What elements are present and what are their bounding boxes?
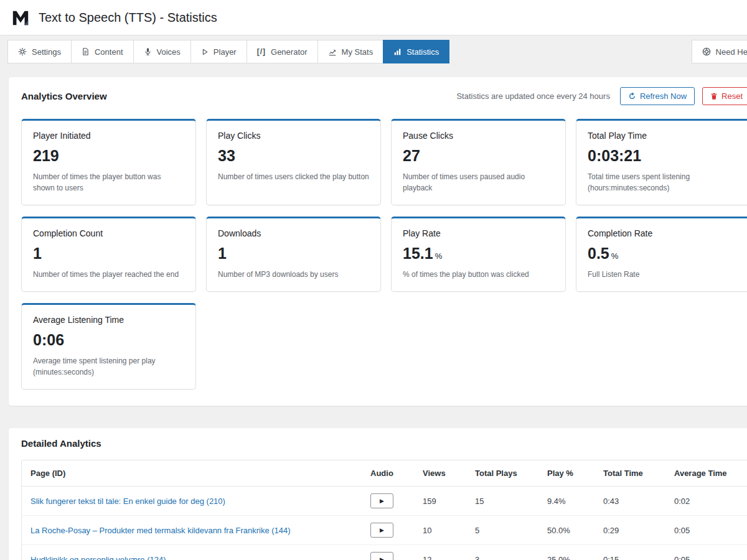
code-brackets-icon: [/] xyxy=(257,47,266,56)
total-time-cell: 0:29 xyxy=(594,516,665,545)
stat-card-title: Play Clicks xyxy=(218,131,369,141)
stat-card-description: Number of times the player reached the e… xyxy=(33,269,184,280)
play-pct-cell: 9.4% xyxy=(538,487,594,516)
reset-label: Reset xyxy=(721,91,743,101)
tab-label: Statistics xyxy=(406,47,439,57)
stat-card-description: Number of times users clicked the play b… xyxy=(218,171,369,182)
detailed-analytics-header: Detailed Analytics xyxy=(9,428,747,459)
stat-card-title: Average Listening Time xyxy=(33,315,184,325)
stat-card-suffix: % xyxy=(611,251,619,261)
stat-cards-grid: Player Initiated 219 Number of times the… xyxy=(9,115,747,406)
column-header-play-pct: Play % xyxy=(538,460,594,487)
stat-card-player-initiated: Player Initiated 219 Number of times the… xyxy=(21,119,196,205)
refresh-now-button[interactable]: Refresh Now xyxy=(620,87,695,105)
play-pct-cell: 25.0% xyxy=(538,545,594,560)
stat-card-title: Pause Clicks xyxy=(403,131,554,141)
stat-card-play-rate: Play Rate 15.1 % % of times the play but… xyxy=(391,217,566,292)
tab-player[interactable]: Player xyxy=(190,40,247,63)
column-header-total-time: Total Time xyxy=(594,460,665,487)
stat-card-play-clicks: Play Clicks 33 Number of times users cli… xyxy=(206,119,381,205)
update-note: Statistics are updated once every 24 hou… xyxy=(456,91,609,101)
play-triangle-icon: ▶ xyxy=(380,556,384,560)
stat-card-description: Total time users spent listening (hours:… xyxy=(588,171,739,194)
tab-label: Voices xyxy=(157,47,181,57)
page-title: Text to Speech (TTS) - Statistics xyxy=(39,11,217,25)
detailed-analytics-title: Detailed Analytics xyxy=(21,438,101,449)
tab-need-help[interactable]: Need Help xyxy=(692,40,747,63)
reset-button[interactable]: Reset xyxy=(702,87,747,105)
total-plays-cell: 15 xyxy=(466,487,538,516)
detailed-analytics-panel: Detailed Analytics Page (ID) Audio Views… xyxy=(9,428,747,560)
page-link[interactable]: Slik fungerer tekst til tale: En enkel g… xyxy=(31,497,225,506)
stat-card-description: % of times the play button was clicked xyxy=(403,269,554,280)
audio-play-button[interactable]: ▶ xyxy=(370,552,393,560)
gear-icon xyxy=(18,47,27,56)
tab-content[interactable]: Content xyxy=(71,40,134,63)
stat-card-description: Number of times users paused audio playb… xyxy=(403,171,554,194)
app-logo-icon xyxy=(10,7,31,28)
microphone-icon xyxy=(144,47,152,56)
total-time-cell: 0:43 xyxy=(594,487,665,516)
stat-card-value: 0:03:21 xyxy=(588,147,641,165)
stat-card-average-listening-time: Average Listening Time 0:06 Average time… xyxy=(21,303,196,390)
refresh-icon xyxy=(628,92,636,100)
page: Text to Speech (TTS) - Statistics Settin… xyxy=(0,0,747,560)
stat-card-title: Completion Rate xyxy=(588,228,739,238)
table-row: Hudklinikk og personlig velvære (124) ▶ … xyxy=(22,545,747,560)
column-header-page: Page (ID) xyxy=(22,460,362,487)
stat-card-title: Completion Count xyxy=(33,228,184,238)
analytics-overview-header: Analytics Overview Statistics are update… xyxy=(9,77,747,115)
table-row: La Roche-Posay – Produkter med termalsk … xyxy=(22,516,747,545)
play-triangle-icon: ▶ xyxy=(380,498,384,504)
column-header-audio: Audio xyxy=(362,460,414,487)
help-lifebuoy-icon xyxy=(702,47,711,56)
play-icon xyxy=(201,48,209,56)
stat-card-total-play-time: Total Play Time 0:03:21 Total time users… xyxy=(576,119,747,205)
analytics-table-wrap: Page (ID) Audio Views Total Plays Play %… xyxy=(21,460,747,560)
stat-card-value: 219 xyxy=(33,147,59,165)
line-chart-icon xyxy=(328,48,337,56)
page-link[interactable]: La Roche-Posay – Produkter med termalsk … xyxy=(31,526,291,535)
audio-play-button[interactable]: ▶ xyxy=(370,493,393,508)
stat-card-value: 1 xyxy=(33,245,42,263)
stat-card-value: 15.1 xyxy=(403,245,433,263)
average-time-cell: 0:05 xyxy=(665,545,747,560)
tab-label: Generator xyxy=(271,47,308,57)
table-header-row: Page (ID) Audio Views Total Plays Play %… xyxy=(22,460,747,487)
tab-settings[interactable]: Settings xyxy=(7,40,72,63)
tab-generator[interactable]: [/] Generator xyxy=(247,40,318,63)
views-cell: 12 xyxy=(414,545,466,560)
tab-label: Need Help xyxy=(716,47,747,57)
page-link[interactable]: Hudklinikk og personlig velvære (124) xyxy=(31,555,166,560)
trash-icon xyxy=(710,92,718,100)
total-plays-cell: 3 xyxy=(466,545,538,560)
tab-bar: Settings Content Voices xyxy=(7,40,747,63)
tab-label: My Stats xyxy=(342,47,374,57)
stat-card-title: Play Rate xyxy=(403,228,554,238)
column-header-total-plays: Total Plays xyxy=(466,460,538,487)
tab-my-stats[interactable]: My Stats xyxy=(317,40,384,63)
audio-play-button[interactable]: ▶ xyxy=(370,523,393,538)
stat-card-pause-clicks: Pause Clicks 27 Number of times users pa… xyxy=(391,119,566,205)
views-cell: 10 xyxy=(414,516,466,545)
stat-card-value: 33 xyxy=(218,147,235,165)
play-pct-cell: 50.0% xyxy=(538,516,594,545)
stat-card-value: 0.5 xyxy=(588,245,609,263)
tab-label: Content xyxy=(95,47,123,57)
average-time-cell: 0:02 xyxy=(665,487,747,516)
top-header: Text to Speech (TTS) - Statistics xyxy=(0,0,747,35)
stat-card-description: Full Listen Rate xyxy=(588,269,739,280)
table-row: Slik fungerer tekst til tale: En enkel g… xyxy=(22,487,747,516)
analytics-overview-actions: Statistics are updated once every 24 hou… xyxy=(456,87,747,105)
stat-card-title: Player Initiated xyxy=(33,131,184,141)
stat-card-completion-rate: Completion Rate 0.5 % Full Listen Rate xyxy=(576,217,747,292)
stat-card-completion-count: Completion Count 1 Number of times the p… xyxy=(21,217,196,292)
tab-statistics[interactable]: Statistics xyxy=(383,40,449,63)
stat-card-description: Number of MP3 downloads by users xyxy=(218,269,369,280)
total-plays-cell: 5 xyxy=(466,516,538,545)
analytics-table: Page (ID) Audio Views Total Plays Play %… xyxy=(22,460,747,560)
average-time-cell: 0:05 xyxy=(665,516,747,545)
tab-voices[interactable]: Voices xyxy=(133,40,191,63)
stat-card-value: 27 xyxy=(403,147,420,165)
stat-card-title: Downloads xyxy=(218,228,369,238)
